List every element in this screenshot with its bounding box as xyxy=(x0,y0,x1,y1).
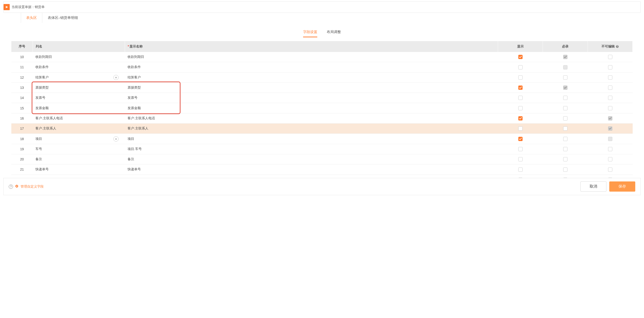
checkbox-readonly[interactable] xyxy=(608,147,612,151)
checkbox-required[interactable] xyxy=(563,147,568,151)
gear-icon xyxy=(15,184,19,189)
cell-seq: 14 xyxy=(11,93,32,103)
table-row[interactable]: 21快递单号快递单号 xyxy=(11,164,633,174)
cell-display[interactable]: 收款到期日 xyxy=(125,52,498,62)
cell-name: 备注 xyxy=(32,154,125,164)
checkbox-required[interactable] xyxy=(563,157,568,161)
th-seq: 序号 xyxy=(11,41,32,52)
checkbox-readonly xyxy=(608,126,612,131)
th-show: 显示 xyxy=(498,41,543,52)
cell-display[interactable]: 项目 xyxy=(125,134,498,144)
checkbox-readonly xyxy=(608,116,612,120)
save-button[interactable]: 保存 xyxy=(609,182,635,192)
cell-seq: 15 xyxy=(11,103,32,113)
cell-display[interactable]: 备注 xyxy=(125,154,498,164)
table-row[interactable]: 14发票号发票号 xyxy=(11,93,633,103)
checkbox-show[interactable] xyxy=(518,137,522,141)
cell-name: 收款条件 xyxy=(32,62,125,72)
cell-name: 快递单号 xyxy=(32,164,125,174)
checkbox-show[interactable] xyxy=(518,126,522,131)
checkbox-required[interactable] xyxy=(563,106,568,110)
checkbox-readonly[interactable] xyxy=(608,157,612,161)
cell-seq: 21 xyxy=(11,164,32,174)
th-readonly: 不可编辑 xyxy=(588,41,633,52)
doc-title-bar: 当前设置单据：销货单 xyxy=(3,2,641,13)
cell-display[interactable]: 客户.主联系人电话 xyxy=(125,113,498,123)
checkbox-show[interactable] xyxy=(518,75,522,80)
cell-name: 客户.主联系人 xyxy=(32,124,125,134)
plus-icon[interactable]: + xyxy=(114,136,118,142)
checkbox-show[interactable] xyxy=(518,86,522,90)
cell-display[interactable]: 客户.主联系人 xyxy=(125,124,498,134)
help-icon xyxy=(616,45,619,48)
checkbox-required[interactable] xyxy=(563,75,568,80)
checkbox-show[interactable] xyxy=(518,96,522,100)
subtab-field-settings[interactable]: 字段设置 xyxy=(303,30,317,37)
table-row[interactable]: 13票据类型票据类型 xyxy=(11,82,633,92)
checkbox-show[interactable] xyxy=(518,147,522,151)
tab-header-area[interactable]: 表头区 xyxy=(21,12,42,23)
tab-body-area[interactable]: 表体区–销货单明细 xyxy=(42,12,84,23)
cell-seq: 19 xyxy=(11,144,32,154)
manage-custom-fields-link[interactable]: 管理自定义字段 xyxy=(20,184,44,189)
field-table: 序号 列名 *显示名称 显示 必录 不可编辑 10收款到期日收款到期日11收款条… xyxy=(11,41,633,195)
table-row[interactable]: 16客户.主联系人电话客户.主联系人电话 xyxy=(11,113,633,123)
cell-display[interactable]: 票据类型 xyxy=(125,82,498,92)
checkbox-required xyxy=(563,86,568,90)
checkbox-required xyxy=(563,55,568,59)
checkbox-show[interactable] xyxy=(518,168,522,172)
subtab-layout-adjust[interactable]: 布局调整 xyxy=(327,30,341,37)
footer-bar: ? 管理自定义字段 取消 保存 xyxy=(3,178,641,195)
checkbox-readonly[interactable] xyxy=(608,75,612,80)
main-tabs: 表头区 表体区–销货单明细 xyxy=(21,12,644,23)
cell-seq: 10 xyxy=(11,52,32,62)
help-circle-icon[interactable]: ? xyxy=(9,184,13,189)
table-header-row: 序号 列名 *显示名称 显示 必录 不可编辑 xyxy=(11,41,633,52)
checkbox-readonly[interactable] xyxy=(608,86,612,90)
expand-button[interactable] xyxy=(4,4,10,10)
cell-display[interactable]: 项目.车号 xyxy=(125,144,498,154)
sub-tabs: 字段设置 布局调整 xyxy=(0,30,644,37)
cell-name: 车号 xyxy=(32,144,125,154)
cancel-button[interactable]: 取消 xyxy=(580,182,606,192)
checkbox-show[interactable] xyxy=(518,65,522,70)
cell-display[interactable]: 收款条件 xyxy=(125,62,498,72)
cell-display[interactable]: 发票号 xyxy=(125,93,498,103)
cell-name: 发票号 xyxy=(32,93,125,103)
table-row[interactable]: 18项目+项目 xyxy=(11,134,633,144)
checkbox-readonly[interactable] xyxy=(608,65,612,70)
checkbox-show[interactable] xyxy=(518,55,522,59)
cell-name: 项目+ xyxy=(32,134,125,144)
checkbox-readonly[interactable] xyxy=(608,96,612,100)
checkbox-show[interactable] xyxy=(518,116,522,120)
table-row[interactable]: 19车号项目.车号 xyxy=(11,144,633,154)
cell-seq: 11 xyxy=(11,62,32,72)
table-row[interactable]: 10收款到期日收款到期日 xyxy=(11,52,633,62)
plus-icon[interactable]: + xyxy=(114,75,118,80)
cell-seq: 13 xyxy=(11,82,32,92)
table-row[interactable]: 12结算客户+结算客户 xyxy=(11,72,633,82)
checkbox-show[interactable] xyxy=(518,106,522,110)
cell-display[interactable]: 结算客户 xyxy=(125,72,498,82)
checkbox-required[interactable] xyxy=(563,126,568,131)
table-row[interactable]: 15发票金额发票金额 xyxy=(11,103,633,113)
cell-display[interactable]: 发票金额 xyxy=(125,103,498,113)
table-row[interactable]: 11收款条件收款条件 xyxy=(11,62,633,72)
checkbox-readonly xyxy=(608,137,612,141)
checkbox-required[interactable] xyxy=(563,168,568,172)
checkbox-required[interactable] xyxy=(563,96,568,100)
checkbox-required xyxy=(563,65,568,70)
checkbox-readonly[interactable] xyxy=(608,168,612,172)
checkbox-readonly[interactable] xyxy=(608,55,612,59)
th-display: *显示名称 xyxy=(125,41,498,52)
doc-label: 当前设置单据：销货单 xyxy=(12,5,45,9)
cell-seq: 16 xyxy=(11,113,32,123)
table-row[interactable]: 17客户.主联系人客户.主联系人 xyxy=(11,124,633,134)
checkbox-required[interactable] xyxy=(563,137,568,141)
checkbox-show[interactable] xyxy=(518,157,522,161)
checkbox-readonly[interactable] xyxy=(608,106,612,110)
cell-name: 票据类型 xyxy=(32,82,125,92)
checkbox-required[interactable] xyxy=(563,116,568,120)
cell-display[interactable]: 快递单号 xyxy=(125,164,498,174)
table-row[interactable]: 20备注备注 xyxy=(11,154,633,164)
